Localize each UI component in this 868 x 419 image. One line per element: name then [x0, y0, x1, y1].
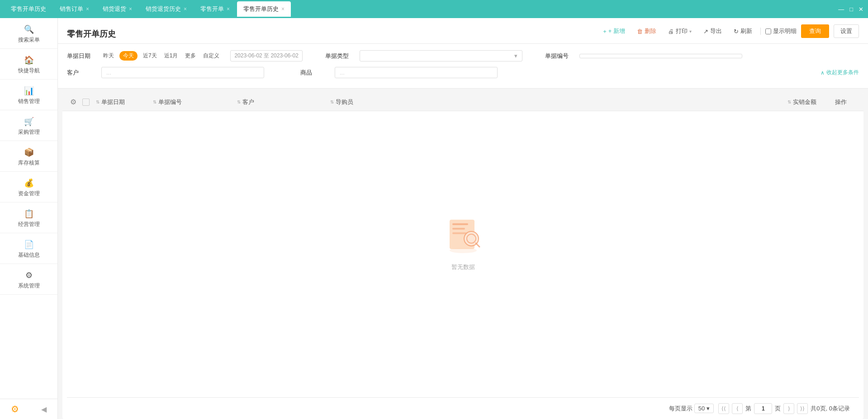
num-input[interactable]: [579, 54, 742, 58]
date-range-input[interactable]: 2023-06-02 至 2023-06-02: [230, 50, 302, 61]
purchase-icon: 🛒: [24, 117, 34, 127]
collapse-button[interactable]: ∧ 收起更多条件: [821, 69, 859, 76]
th-amount-label: 实销金额: [793, 98, 816, 106]
display-detail-toggle[interactable]: 显示明细: [765, 27, 797, 35]
th-customer[interactable]: ⇅ 客户: [233, 98, 324, 106]
empty-text: 暂无数据: [451, 263, 475, 271]
date-label: 单据日期: [67, 52, 92, 60]
sidebar-item-system-label: 系统管理: [18, 282, 40, 290]
select-all-checkbox[interactable]: [82, 99, 90, 106]
print-button[interactable]: 🖨 打印 ▾: [664, 25, 695, 37]
sidebar-item-finance[interactable]: 💰 资金管理: [0, 172, 57, 202]
svg-line-7: [476, 243, 479, 247]
sidebar-item-inventory[interactable]: 📦 库存核算: [0, 141, 57, 172]
tab-retail[interactable]: 零售开单 ×: [194, 1, 236, 17]
setting-button[interactable]: 设置: [834, 24, 859, 38]
svg-rect-2: [452, 223, 468, 225]
tab-bar: 零售开单历史 销售订单 × 销货退货 × 销货退货历史 × 零售开单 × 零售开…: [5, 1, 838, 17]
sort-icon-num: ⇅: [153, 99, 157, 104]
tab-return-close[interactable]: ×: [129, 6, 132, 12]
tab-sales-order-close[interactable]: ×: [86, 6, 89, 12]
tab-sales-order[interactable]: 销售订单 ×: [53, 1, 95, 17]
column-settings-button[interactable]: ⚙: [67, 96, 80, 108]
svg-rect-4: [452, 232, 467, 234]
sidebar-collapse-icon[interactable]: ◀: [41, 405, 47, 414]
date-option-today[interactable]: 今天: [119, 51, 138, 61]
close-button[interactable]: ✕: [859, 6, 863, 13]
table-wrapper: ⚙ ⇅ 单据日期 ⇅ 单据编号 ⇅ 客户 ⇅ 导购员: [62, 93, 863, 419]
tab-return[interactable]: 销货退货 ×: [96, 1, 138, 17]
page-label-prefix: 第: [745, 405, 751, 413]
date-option-more[interactable]: 更多: [183, 51, 198, 61]
display-detail-label: 显示明细: [773, 27, 797, 35]
sidebar-item-system[interactable]: ⚙ 系统管理: [0, 264, 57, 295]
toolbar-divider: [760, 28, 761, 35]
th-date[interactable]: ⇅ 单据日期: [92, 98, 147, 106]
per-page-label: 每页显示: [669, 405, 693, 413]
print-icon: 🖨: [668, 28, 674, 35]
next-page-button[interactable]: ⟩: [783, 403, 794, 414]
sidebar-item-sales[interactable]: 📊 销售管理: [0, 80, 57, 110]
maximize-button[interactable]: □: [849, 6, 853, 13]
total-info: 共0页, 0条记录: [811, 405, 850, 413]
first-page-button[interactable]: ⟨⟨: [718, 403, 729, 414]
filter-row-2: 客户 ... 商品 ... ∧ 收起更多条件: [67, 67, 859, 78]
sidebar-item-nav[interactable]: 🏠 快捷导航: [0, 49, 57, 80]
type-label: 单据类型: [325, 52, 351, 60]
sidebar-item-search-label: 搜索采单: [18, 36, 40, 44]
th-amount[interactable]: ⇅ 实销金额: [766, 98, 820, 106]
sort-icon: ⇅: [96, 99, 100, 104]
tab-sales-order-label: 销售订单: [60, 5, 83, 13]
refresh-label: 刷新: [740, 27, 752, 35]
tab-retail-history-close[interactable]: ×: [281, 6, 285, 12]
tab-return-history-close[interactable]: ×: [184, 6, 187, 12]
add-icon: +: [603, 28, 607, 35]
delete-label: 删除: [645, 27, 656, 35]
type-select[interactable]: ▾: [360, 50, 522, 61]
last-page-button[interactable]: ⟩⟩: [797, 403, 808, 414]
goods-input[interactable]: ...: [335, 67, 498, 78]
sidebar-item-search[interactable]: 🔍 搜索采单: [0, 18, 57, 49]
current-page-input[interactable]: [754, 403, 772, 414]
prev-page-button[interactable]: ⟨: [732, 403, 743, 414]
th-action: 操作: [823, 98, 859, 106]
tab-return-label: 销货退货: [103, 5, 126, 13]
tab-home[interactable]: 零售开单历史: [5, 1, 52, 17]
date-range-value: 2023-06-02 至 2023-06-02: [234, 52, 298, 59]
sidebar-item-purchase[interactable]: 🛒 采购管理: [0, 110, 57, 141]
refresh-button[interactable]: ↻ 刷新: [730, 25, 756, 37]
th-guide[interactable]: ⇅ 导购员: [327, 98, 381, 106]
page-size-select: 每页显示 50 ▾: [669, 404, 714, 413]
date-option-7days[interactable]: 近7天: [141, 51, 159, 61]
minimize-button[interactable]: —: [838, 6, 844, 13]
tab-retail-history-label: 零售开单历史: [243, 5, 279, 13]
delete-icon: 🗑: [637, 28, 643, 35]
page-size-dropdown[interactable]: 50 ▾: [694, 404, 714, 413]
export-button[interactable]: ↗ 导出: [700, 25, 726, 37]
delete-button[interactable]: 🗑 删除: [633, 25, 660, 37]
tab-retail-history[interactable]: 零售开单历史 ×: [237, 1, 291, 17]
customer-input[interactable]: ...: [101, 67, 264, 78]
date-option-yesterday[interactable]: 昨天: [101, 51, 116, 61]
page-size-arrow-icon: ▾: [707, 405, 710, 412]
goods-placeholder: ...: [340, 69, 345, 76]
tab-retail-close[interactable]: ×: [227, 6, 230, 12]
sidebar-item-sales-label: 销售管理: [18, 98, 40, 105]
add-button[interactable]: + + 新增: [599, 25, 629, 37]
date-option-1month[interactable]: 近1月: [162, 51, 180, 61]
tab-return-history[interactable]: 销货退货历史 ×: [139, 1, 193, 17]
query-button[interactable]: 查询: [801, 24, 829, 38]
sort-icon-customer: ⇅: [237, 99, 241, 104]
th-num[interactable]: ⇅ 单据编号: [149, 98, 231, 106]
sidebar-settings-icon[interactable]: ⚙: [11, 404, 19, 414]
date-option-custom[interactable]: 自定义: [201, 51, 221, 61]
sidebar-item-basic-info[interactable]: 📄 基础信息: [0, 233, 57, 264]
customer-placeholder: ...: [106, 69, 111, 76]
sidebar-item-operations[interactable]: 📋 经营管理: [0, 202, 57, 233]
date-options: 昨天 今天 近7天 近1月 更多 自定义: [101, 51, 221, 61]
display-detail-checkbox[interactable]: [765, 28, 771, 34]
sort-icon-guide: ⇅: [330, 99, 334, 104]
goods-label: 商品: [300, 69, 326, 77]
home-icon: 🏠: [24, 55, 34, 65]
refresh-icon: ↻: [734, 28, 739, 35]
